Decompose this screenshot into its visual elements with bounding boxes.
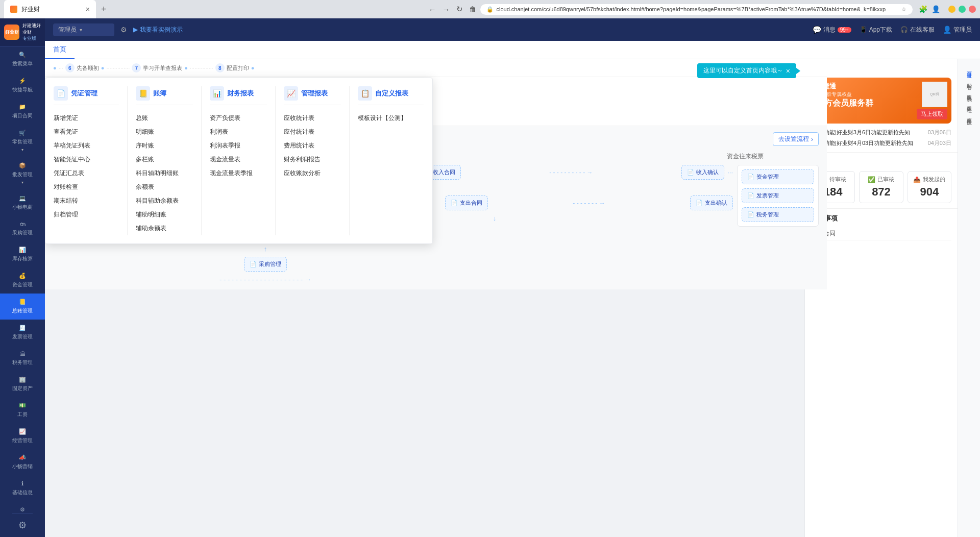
- quick-nav-home-setting[interactable]: 首页 设置: [964, 63, 974, 73]
- settings-config-btn[interactable]: ⚙: [120, 26, 127, 34]
- forward-btn[interactable]: →: [440, 4, 452, 15]
- step-item-8[interactable]: 8 配置打印 ●: [215, 63, 255, 72]
- sidebar-item-purchase[interactable]: 🛍 采购管理: [0, 216, 45, 241]
- sidebar-item-accounting[interactable]: 📒 总账管理: [0, 294, 45, 320]
- sidebar-item-retail[interactable]: 🛒 零售管理 ▾: [0, 125, 45, 157]
- dropdown-item-cashflow-quarterly[interactable]: 现金流量表季报: [210, 166, 267, 180]
- delete-btn[interactable]: 🗑: [467, 4, 478, 14]
- tab-home[interactable]: 首页: [45, 41, 75, 59]
- dropdown-item-aux-balance[interactable]: 辅助余额表: [136, 222, 193, 235]
- news-item-1[interactable]: 新功能|好业财3月6日功能更新抢先知 03月06日: [811, 129, 951, 136]
- sidebar-item-marketing[interactable]: 📣 小畅营销: [0, 449, 45, 475]
- bookmark-icon[interactable]: ☆: [901, 6, 906, 13]
- dropdown-item-voucher-summary[interactable]: 凭证汇总表: [54, 166, 119, 180]
- dropdown-item-profit-report[interactable]: 财务利润报告: [284, 153, 341, 166]
- quick-nav-help-center[interactable]: 帮助 中心: [964, 75, 974, 85]
- active-tab[interactable]: 好业财 ×: [4, 0, 96, 18]
- dropdown-item-balance-sheet[interactable]: 资产负债表: [210, 111, 267, 125]
- dropdown-item-balance[interactable]: 余额表: [136, 180, 193, 194]
- approval-card-initiated[interactable]: 📤 我发起的 904: [908, 171, 951, 203]
- dropdown-item-template-design[interactable]: 模板设计【公测】: [358, 111, 424, 125]
- user-avatar[interactable]: 👤 管理员: [943, 26, 972, 34]
- dropdown-item-archive[interactable]: 归档管理: [54, 208, 119, 222]
- dropdown-item-draft-voucher[interactable]: 草稿凭证列表: [54, 139, 119, 153]
- back-btn[interactable]: ←: [427, 4, 438, 15]
- step-item-7[interactable]: 7 学习开单查报表 ●: [132, 63, 188, 72]
- retail-icon: 🛒: [19, 130, 26, 136]
- quick-nav-desktop-quick[interactable]: 桌面 快捷: [964, 110, 974, 119]
- sidebar-item-inventory[interactable]: 📊 库存核算: [0, 241, 45, 267]
- online-service-btn[interactable]: 🎧 在线客服: [900, 26, 935, 34]
- message-btn[interactable]: 💬 消息 99+: [813, 26, 851, 34]
- sidebar-item-operations[interactable]: 📈 经营管理: [0, 423, 45, 449]
- sidebar-item-assets[interactable]: 🏢 固定资产: [0, 371, 45, 397]
- dropdown-item-reconcile[interactable]: 对账检查: [54, 180, 119, 194]
- browser-controls: ← → ↻ 🗑: [427, 4, 478, 15]
- dropdown-item-view-voucher[interactable]: 查看凭证: [54, 125, 119, 139]
- dropdown-item-general-ledger[interactable]: 总账: [136, 111, 193, 125]
- address-bar[interactable]: 🔒 cloud.chanjet.com/cc/u6d89qwnryel/57bf…: [480, 4, 913, 15]
- flow-box-tax-mgmt[interactable]: 📄 税务管理: [742, 207, 814, 222]
- dropdown-item-income-statement[interactable]: 利润表: [210, 125, 267, 139]
- app-download-btn[interactable]: 📱 App下载: [860, 26, 892, 34]
- account-icon[interactable]: 👤: [932, 5, 940, 13]
- approval-card-reviewed[interactable]: ✅ 已审核 872: [859, 171, 903, 203]
- flow-box-purchase[interactable]: 📄 采购管理: [244, 257, 287, 272]
- dropdown-item-smart-voucher[interactable]: 智能凭证中心: [54, 153, 119, 166]
- demo-btn[interactable]: ▶ 我要看实例演示: [133, 26, 183, 34]
- sidebar-label-finance: 资金管理: [12, 281, 33, 288]
- set-workflow-btn[interactable]: 去设置流程 ›: [773, 132, 819, 146]
- flow-box-expense-confirm[interactable]: 📄 支出确认: [690, 196, 733, 210]
- customize-banner[interactable]: 这里可以自定义首页内容哦～ ×: [697, 63, 796, 78]
- step-item-6[interactable]: ● ··· 6 先备顺初 ●: [53, 63, 104, 72]
- tab-close-btn[interactable]: ×: [86, 5, 90, 13]
- dropdown-item-ar-analysis[interactable]: 应收账款分析: [284, 166, 341, 180]
- dropdown-item-multi-col[interactable]: 多栏账: [136, 153, 193, 166]
- sidebar-item-search[interactable]: 🔍 搜索菜单: [0, 46, 45, 72]
- dropdown-item-detail-ledger[interactable]: 明细账: [136, 125, 193, 139]
- flow-box-capital-mgmt[interactable]: 📄 资金管理: [742, 169, 814, 184]
- sidebar-item-salary[interactable]: 💵 工资: [0, 397, 45, 423]
- dropdown-item-ar-stats[interactable]: 应收统计表: [284, 111, 341, 125]
- dropdown-item-expense-stats[interactable]: 费用统计表: [284, 139, 341, 153]
- dropdown-item-income-quarterly[interactable]: 利润表季报: [210, 139, 267, 153]
- sidebar-item-finance[interactable]: 💰 资金管理: [0, 267, 45, 294]
- maximize-btn[interactable]: [959, 6, 966, 13]
- customize-close-icon[interactable]: ×: [786, 67, 790, 75]
- flow-box-invoice-mgmt[interactable]: 📄 发票管理: [742, 188, 814, 203]
- sidebar-item-project[interactable]: 📁 项目合同: [0, 99, 45, 125]
- extensions-icon[interactable]: 🧩: [919, 5, 927, 13]
- sidebar-item-ecommerce[interactable]: 💻 小畅电商: [0, 190, 45, 216]
- dropdown-item-subject-aux-balance[interactable]: 科目辅助余额表: [136, 194, 193, 208]
- sidebar-item-shortcuts[interactable]: ⚡ 快捷导航: [0, 72, 45, 99]
- sidebar-item-basic[interactable]: ℹ 基础信息: [0, 475, 45, 501]
- dropdown-item-cashflow[interactable]: 现金流量表: [210, 153, 267, 166]
- dropdown-item-subject-aux[interactable]: 科目辅助明细账: [136, 166, 193, 180]
- dropdown-item-period-close[interactable]: 期末结转: [54, 194, 119, 208]
- dropdown-item-aux-detail[interactable]: 辅助明细账: [136, 208, 193, 222]
- quick-nav-service-community[interactable]: 服务 社区: [964, 98, 974, 108]
- minimize-btn[interactable]: [948, 6, 955, 13]
- dropdown-item-journal[interactable]: 序时账: [136, 139, 193, 153]
- new-tab-btn[interactable]: +: [97, 2, 111, 17]
- dropdown-item-ap-stats[interactable]: 应付统计表: [284, 125, 341, 139]
- dropdown-item-new-voucher[interactable]: 新增凭证: [54, 111, 119, 125]
- approval-label-reviewed: ✅ 已审核: [864, 176, 898, 183]
- company-selector[interactable]: 管理员 ▾: [53, 23, 114, 36]
- sidebar-item-invoice[interactable]: 🧾 发票管理: [0, 320, 45, 346]
- activity-claim-btn[interactable]: 马上领取: [917, 109, 947, 119]
- section-header-voucher: 📄 凭证管理: [54, 86, 119, 105]
- todo-item-project[interactable]: 项目合同: [811, 227, 951, 240]
- sidebar-settings-btn[interactable]: ⚙: [12, 513, 33, 537]
- purchase-box-icon: 📄: [250, 261, 257, 267]
- sidebar-item-wholesale[interactable]: 📦 批发管理 ▾: [0, 157, 45, 190]
- close-btn[interactable]: [969, 6, 976, 13]
- news-item-2[interactable]: 新功能|好业财4月03日功能更新抢先知 04月03日: [811, 139, 951, 147]
- flow-box-expense-contract[interactable]: 📄 支出合同: [445, 196, 488, 210]
- quick-nav-customer-hotline[interactable]: 客服 热线: [964, 87, 974, 96]
- flow-box-income-confirm[interactable]: 📄 收入确认: [681, 165, 724, 180]
- sidebar-item-tax[interactable]: 🏛 税务管理: [0, 346, 45, 371]
- sidebar-item-system[interactable]: ⚙ 系统管理: [0, 501, 45, 513]
- refresh-btn[interactable]: ↻: [454, 4, 465, 15]
- activity-card[interactable]: 畅捷通 享社群专属权益 官方会员服务群 QR码 马上领取: [811, 78, 951, 124]
